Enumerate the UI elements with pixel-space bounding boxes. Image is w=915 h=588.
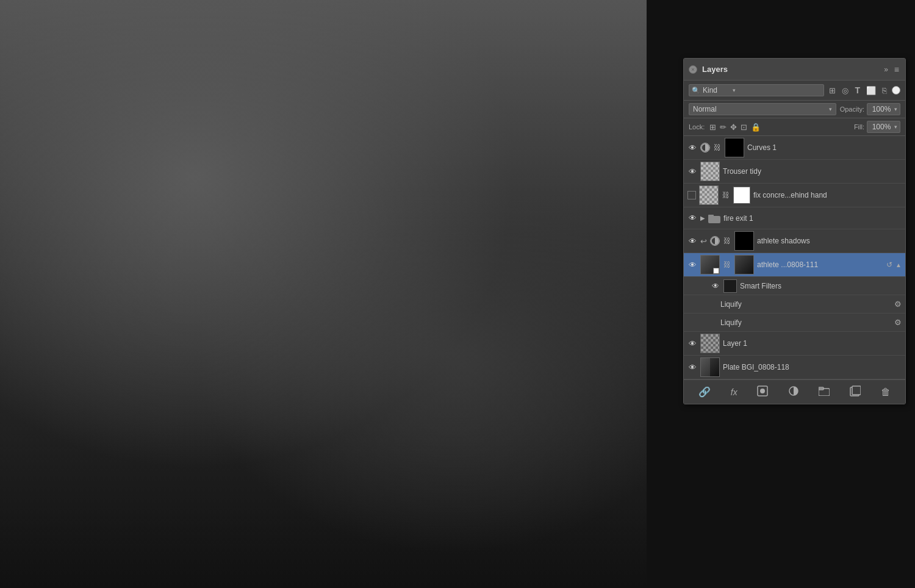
layer-thumbnail <box>734 231 754 251</box>
lock-all-icon[interactable]: 🔒 <box>751 123 761 132</box>
smart-filters-label: Smart Filters <box>740 282 902 290</box>
fill-section: Fill: ▾ <box>854 121 900 133</box>
filter-name: Liquify <box>720 300 891 309</box>
photo-background <box>0 0 647 588</box>
chain-icon: ⛓ <box>713 143 722 152</box>
layer-thumbnail <box>700 255 720 274</box>
filter-item-row[interactable]: Liquify ⚙ <box>684 314 905 332</box>
filter-toggle[interactable] <box>892 86 900 95</box>
filter-pixel-icon[interactable]: ⊞ <box>828 85 837 96</box>
visibility-icon[interactable]: 👁 <box>687 167 697 176</box>
filter-kind-dropdown-arrow: ▾ <box>733 87 736 93</box>
layer-row[interactable]: 👁 Plate BGI_0808-118 <box>684 356 905 379</box>
layer-visibility-checkbox[interactable] <box>687 191 696 199</box>
panel-collapse-button[interactable]: » <box>884 65 888 74</box>
opacity-input[interactable] <box>870 105 893 113</box>
new-layer-icon[interactable] <box>847 384 863 400</box>
fill-input[interactable] <box>870 123 893 131</box>
photo-overlay <box>0 0 647 588</box>
layer-name: Plate BGI_0808-118 <box>723 363 902 371</box>
lock-artboard-icon[interactable]: ⊡ <box>741 123 747 132</box>
adjustment-icon <box>700 143 710 152</box>
filter-text-icon[interactable]: T <box>853 84 861 96</box>
layer-mask-thumbnail <box>733 187 750 204</box>
visibility-icon[interactable]: 👁 <box>687 213 697 223</box>
filter-shape-icon[interactable]: ⬜ <box>865 85 877 96</box>
layer-name: fire exit 1 <box>723 214 902 223</box>
panel-titlebar: × Layers » ≡ <box>684 59 905 81</box>
adjustment-layer-icon[interactable] <box>786 384 802 400</box>
visibility-icon[interactable]: 👁 <box>687 260 697 270</box>
filter-kind-select[interactable]: Kind Name Effect Mode Attribute Color <box>703 86 730 95</box>
layer-row[interactable]: 👁 Trouser tidy <box>684 160 905 184</box>
filter-type-icons: ⊞ ◎ T ⬜ ⎘ <box>828 84 888 96</box>
layer-thumbnail <box>700 162 720 181</box>
chain-icon: ⛓ <box>723 237 731 245</box>
layer-thumbnail <box>700 334 720 353</box>
fx-icon[interactable]: fx <box>728 386 740 398</box>
reverse-icon: ↩ <box>700 237 707 246</box>
filter-smart-icon[interactable]: ⎘ <box>881 85 888 96</box>
delete-layer-icon[interactable]: 🗑 <box>878 385 893 399</box>
opacity-input-wrapper: ▾ <box>867 103 900 115</box>
smart-filters-thumbnail <box>723 279 737 293</box>
panel-menu-button[interactable]: ≡ <box>894 65 900 74</box>
blend-mode-dropdown-arrow: ▾ <box>829 106 832 112</box>
layers-list: 👁 ⛓ Curves 1 👁 Trouser tidy ⛓ fix concre… <box>684 136 905 379</box>
panel-title-left: × Layers <box>689 65 728 74</box>
filter-settings-icon[interactable]: ⚙ <box>894 299 902 309</box>
layer-row[interactable]: 👁 ⛓ athlete ...0808-111 ↺ ▲ <box>684 253 905 277</box>
layer-mask-thumbnail <box>734 255 754 274</box>
visibility-icon[interactable]: 👁 <box>687 143 697 152</box>
blend-opacity-row: Normal Dissolve Multiply Screen Overlay … <box>684 101 905 118</box>
layer-name: fix concre...ehind hand <box>753 191 902 199</box>
layer-name: Trouser tidy <box>723 167 902 176</box>
panel-close-button[interactable]: × <box>689 65 697 74</box>
layer-thumbnail <box>725 138 744 157</box>
layer-name: Layer 1 <box>723 339 902 348</box>
refresh-icon[interactable]: ↺ <box>886 260 892 269</box>
visibility-icon[interactable]: 👁 <box>687 339 697 348</box>
filter-name: Liquify <box>720 318 891 327</box>
layer-row[interactable]: 👁 Layer 1 <box>684 332 905 356</box>
visibility-icon[interactable]: 👁 <box>687 362 697 372</box>
add-mask-icon[interactable] <box>755 384 770 400</box>
chain-icon: ⛓ <box>723 260 731 269</box>
search-icon: 🔍 <box>692 87 700 95</box>
layer-name: athlete shadows <box>757 237 902 245</box>
layer-row[interactable]: 👁 ⛓ Curves 1 <box>684 136 905 160</box>
svg-point-5 <box>760 389 765 393</box>
layer-row[interactable]: ⛓ fix concre...ehind hand <box>684 184 905 207</box>
layer-row[interactable]: 👁 ▶ fire exit 1 <box>684 207 905 229</box>
smart-filters-header[interactable]: 👁 Smart Filters <box>684 277 905 295</box>
link-layers-icon[interactable]: 🔗 <box>696 385 713 399</box>
filter-item-row[interactable]: Liquify ⚙ <box>684 295 905 314</box>
adjustment-circle-icon <box>710 236 720 246</box>
lock-label: Lock: <box>689 123 705 131</box>
visibility-icon[interactable]: 👁 <box>711 281 720 291</box>
opacity-section: Opacity: ▾ <box>840 103 900 115</box>
collapse-arrow-icon[interactable]: ▲ <box>895 262 902 268</box>
filter-settings-icon[interactable]: ⚙ <box>894 318 902 327</box>
svg-rect-2 <box>708 215 714 217</box>
lock-image-icon[interactable]: ✏ <box>720 123 727 132</box>
folder-icon <box>708 212 720 224</box>
layers-panel: × Layers » ≡ 🔍 Kind Name Effect Mode Att… <box>683 58 906 404</box>
fill-input-wrapper: ▾ <box>867 121 900 133</box>
opacity-label: Opacity: <box>840 106 864 113</box>
layer-thumbnail <box>700 357 720 377</box>
expand-arrow-icon[interactable]: ▶ <box>700 215 705 221</box>
panel-toolbar: 🔗 fx 🗑 <box>684 379 905 404</box>
layer-row[interactable]: 👁 ↩ ⛓ athlete shadows <box>684 229 905 253</box>
lock-row: Lock: ⊞ ✏ ✥ ⊡ 🔒 Fill: ▾ <box>684 118 905 136</box>
visibility-icon[interactable]: 👁 <box>687 236 697 246</box>
new-group-icon[interactable] <box>816 385 832 400</box>
svg-rect-10 <box>852 386 861 395</box>
lock-pixels-icon[interactable]: ⊞ <box>709 123 716 132</box>
chain-icon: ⛓ <box>722 191 730 199</box>
lock-position-icon[interactable]: ✥ <box>730 123 737 132</box>
filter-adjustment-icon[interactable]: ◎ <box>841 85 850 96</box>
blend-mode-select[interactable]: Normal Dissolve Multiply Screen Overlay … <box>693 105 827 113</box>
layer-name: Curves 1 <box>747 143 902 152</box>
blend-mode-wrapper: Normal Dissolve Multiply Screen Overlay … <box>689 103 836 115</box>
